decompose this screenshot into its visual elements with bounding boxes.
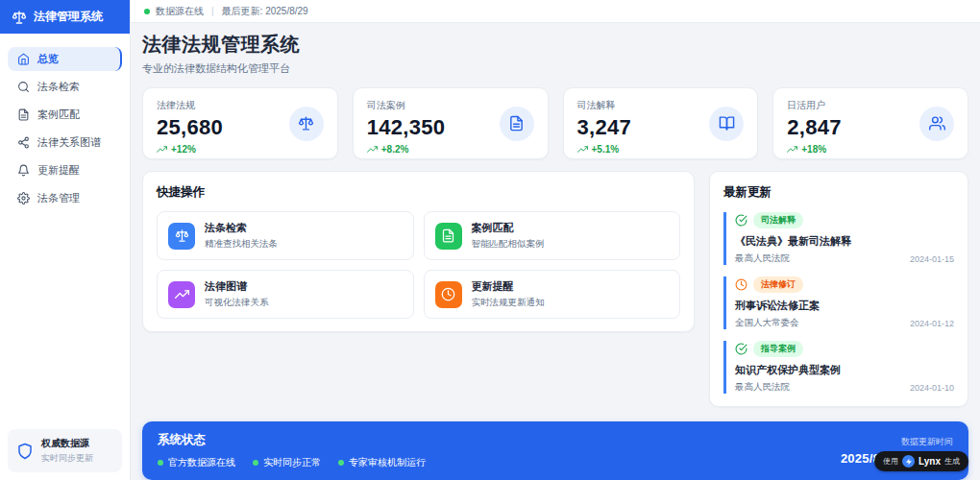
stat-value: 2,847 xyxy=(787,115,842,140)
home-icon xyxy=(17,53,30,65)
sidebar-item-label: 案例匹配 xyxy=(37,108,80,122)
trending-up-icon xyxy=(577,144,588,155)
status-item-sync: 实时同步正常 xyxy=(253,456,321,469)
data-source-subtitle: 实时同步更新 xyxy=(41,452,93,465)
sidebar-item-relation-graph[interactable]: 法律关系图谱 xyxy=(8,131,122,155)
quick-action-title: 更新提醒 xyxy=(472,279,545,294)
update-item[interactable]: 指导案例 知识产权保护典型案例 最高人民法院 2024-01-10 xyxy=(723,341,954,394)
quick-action-law-search[interactable]: 法条检索 精准查找相关法条 xyxy=(157,211,414,260)
data-source-title: 权威数据源 xyxy=(41,437,93,450)
topbar-separator: | xyxy=(211,6,214,16)
online-status-dot xyxy=(144,9,150,14)
update-date: 2024-01-15 xyxy=(910,254,954,264)
system-status-title: 系统状态 xyxy=(158,432,426,448)
stat-trend: +18% xyxy=(787,144,842,155)
users-icon xyxy=(919,107,954,141)
generator-badge[interactable]: 使用 Lynx 生成 xyxy=(874,451,968,471)
badge-prefix: 使用 xyxy=(883,456,898,467)
stat-card-laws: 法律法规 25,680 +12% xyxy=(142,87,338,159)
update-source: 最高人民法院 xyxy=(735,252,790,265)
file-icon xyxy=(17,108,30,121)
status-item-review: 专家审核机制运行 xyxy=(338,456,426,469)
sidebar-item-label: 法律关系图谱 xyxy=(37,135,101,150)
bell-icon xyxy=(17,164,30,177)
stat-value: 3,247 xyxy=(577,115,632,140)
badge-suffix: 生成 xyxy=(944,456,960,467)
update-title: 《民法典》最新司法解释 xyxy=(735,234,954,249)
green-status-dot xyxy=(338,460,344,466)
stat-card-daily-users: 日活用户 2,847 +18% xyxy=(772,87,968,159)
file-icon xyxy=(500,107,534,141)
quick-action-desc: 精准查找相关法条 xyxy=(205,238,278,251)
latest-updates-panel: 最新更新 司法解释 《民法典》最新司法解释 最高人民法院 2024-01-15 xyxy=(709,171,968,407)
quick-action-case-match[interactable]: 案例匹配 智能匹配相似案例 xyxy=(424,211,681,260)
scales-icon xyxy=(289,107,324,141)
latest-updates-title: 最新更新 xyxy=(723,184,954,201)
stat-value: 142,350 xyxy=(367,115,446,140)
quick-action-law-graph[interactable]: 法律图谱 可视化法律关系 xyxy=(157,270,414,319)
green-status-dot xyxy=(158,460,163,466)
stat-card-cases: 司法案例 142,350 +8.2% xyxy=(353,87,549,159)
quick-actions-panel: 快捷操作 法条检索 精准查找相关法条 xyxy=(142,171,695,332)
clock-icon xyxy=(435,281,462,308)
update-title: 刑事诉讼法修正案 xyxy=(735,299,954,313)
app-title: 法律管理系统 xyxy=(34,9,103,25)
sidebar-item-label: 总览 xyxy=(37,52,59,66)
quick-actions-grid: 法条检索 精准查找相关法条 案例匹配 智能匹配相似案例 xyxy=(157,211,680,319)
update-item[interactable]: 司法解释 《民法典》最新司法解释 最高人民法院 2024-01-15 xyxy=(723,212,954,265)
quick-action-desc: 实时法规更新通知 xyxy=(472,297,545,309)
file-icon xyxy=(435,223,462,250)
update-badge: 司法解释 xyxy=(753,212,803,228)
search-icon xyxy=(17,81,30,93)
page-subtitle: 专业的法律数据结构化管理平台 xyxy=(142,61,968,76)
last-update-text: 最后更新: 2025/8/29 xyxy=(222,5,308,18)
sidebar-nav: 总览 法条检索 案例匹配 法律关系图谱 更新提醒 法条管理 xyxy=(0,34,130,210)
quick-action-update-alerts[interactable]: 更新提醒 实时法规更新通知 xyxy=(424,270,681,319)
sidebar-item-case-match[interactable]: 案例匹配 xyxy=(8,103,122,127)
sidebar-item-label: 更新提醒 xyxy=(37,163,80,178)
data-source-card: 权威数据源 实时同步更新 xyxy=(8,429,122,472)
update-badge: 指导案例 xyxy=(753,341,803,357)
stat-trend: +5.1% xyxy=(577,144,632,155)
content: 法律法规管理系统 专业的法律数据结构化管理平台 法律法规 25,680 +12% xyxy=(131,23,980,480)
lynx-logo-icon xyxy=(902,455,915,468)
update-source: 全国人大常委会 xyxy=(735,317,799,329)
stat-label: 法律法规 xyxy=(157,99,223,112)
check-circle-icon xyxy=(735,343,747,355)
lower-row: 快捷操作 法条检索 精准查找相关法条 xyxy=(142,171,968,407)
sidebar-item-law-management[interactable]: 法条管理 xyxy=(8,186,122,210)
quick-action-desc: 可视化法律关系 xyxy=(205,297,269,309)
quick-action-title: 法律图谱 xyxy=(205,279,269,294)
main-area: 数据源在线 | 最后更新: 2025/8/29 法律法规管理系统 专业的法律数据… xyxy=(131,0,980,480)
gear-icon xyxy=(17,192,30,204)
stat-label: 司法解释 xyxy=(577,99,632,112)
update-date: 2024-01-12 xyxy=(910,319,954,328)
trending-up-icon xyxy=(367,144,378,155)
scales-icon xyxy=(12,10,27,25)
system-status-bar: 系统状态 官方数据源在线 实时同步正常 专家审核机制运行 xyxy=(142,421,968,480)
stat-card-interpretations: 司法解释 3,247 +5.1% xyxy=(563,87,759,159)
stat-trend: +12% xyxy=(157,144,223,155)
data-update-label: 数据更新时间 xyxy=(841,436,953,448)
sidebar-item-update-alerts[interactable]: 更新提醒 xyxy=(8,158,122,182)
stat-label: 日活用户 xyxy=(787,99,842,112)
page-title: 法律法规管理系统 xyxy=(142,32,968,58)
sidebar-item-overview[interactable]: 总览 xyxy=(8,47,122,71)
update-date: 2024-01-10 xyxy=(910,383,954,393)
sidebar-item-label: 法条检索 xyxy=(37,80,80,94)
sidebar-item-label: 法条管理 xyxy=(37,191,80,205)
clock-icon xyxy=(735,278,747,291)
green-status-dot xyxy=(253,460,258,466)
quick-action-title: 法条检索 xyxy=(205,221,278,235)
stat-label: 司法案例 xyxy=(367,99,446,112)
app-header: 法律管理系统 xyxy=(0,0,130,34)
topbar: 数据源在线 | 最后更新: 2025/8/29 xyxy=(131,0,980,23)
status-item-datasource: 官方数据源在线 xyxy=(158,456,235,469)
quick-action-desc: 智能匹配相似案例 xyxy=(472,238,545,251)
sidebar-item-law-search[interactable]: 法条检索 xyxy=(8,75,122,99)
badge-brand: Lynx xyxy=(919,456,941,467)
graph-icon xyxy=(17,136,30,149)
stats-row: 法律法规 25,680 +12% 司法案例 142,350 xyxy=(142,87,968,159)
datasource-status: 数据源在线 xyxy=(156,5,204,18)
update-item[interactable]: 法律修订 刑事诉讼法修正案 全国人大常委会 2024-01-12 xyxy=(723,276,954,329)
